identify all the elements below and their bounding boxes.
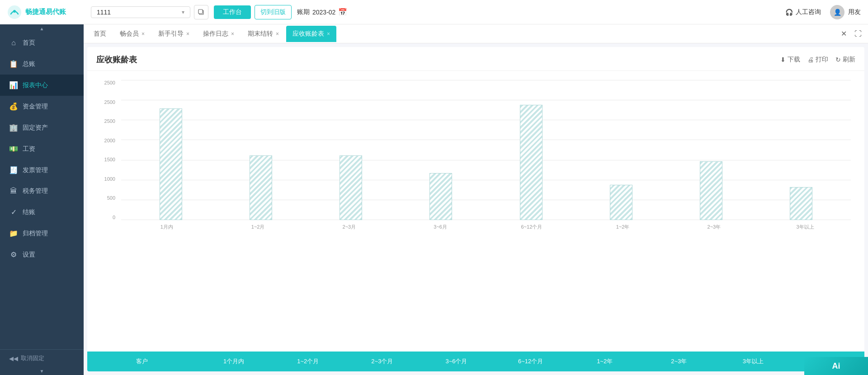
table-header: 客户1个月内1~2个月2~3个月3~6个月6~12个月1~2年2~3年3年以上合… <box>87 352 864 371</box>
sidebar-item-home[interactable]: ⌂ 首页 <box>0 33 84 53</box>
sidebar-item-invoice[interactable]: 🧾 发票管理 <box>0 159 84 181</box>
print-button[interactable]: 🖨 打印 <box>807 56 828 64</box>
table-header-cell-2: 1~2个月 <box>271 357 345 366</box>
tab-guide-close[interactable]: × <box>186 31 189 37</box>
sidebar-item-ledger[interactable]: 📋 总账 <box>0 53 84 75</box>
download-button[interactable]: ⬇ 下载 <box>780 56 800 64</box>
sidebar-item-assets[interactable]: 🏢 固定资产 <box>0 117 84 138</box>
x-axis: 1月内1~2月2~3月3~6月6~12个月1~2年2~3年3年以上 <box>121 220 851 234</box>
table-header-cell-3: 2~3个月 <box>345 357 419 366</box>
sidebar-item-salary-label: 工资 <box>23 145 35 153</box>
table-header-cell-5: 6~12个月 <box>494 357 568 366</box>
refresh-button[interactable]: ↻ 刷新 <box>835 56 855 64</box>
sidebar-item-archive[interactable]: 📁 归档管理 <box>0 223 84 244</box>
x-label-1: 1~2月 <box>212 224 304 230</box>
sidebar-item-ledger-label: 总账 <box>23 60 35 68</box>
y-label-2000: 2000 <box>104 138 115 143</box>
tab-oplog[interactable]: 操作日志 × <box>197 26 241 42</box>
table-header-cell-8: 3年以上 <box>716 357 790 366</box>
tab-vip-label: 畅会员 <box>120 30 139 38</box>
sidebar-item-settings-label: 设置 <box>23 251 35 259</box>
bar-4 <box>520 105 542 220</box>
ai-badge[interactable]: Ai <box>804 357 868 375</box>
sidebar-item-funds[interactable]: 💰 资金管理 <box>0 96 84 117</box>
print-label: 打印 <box>816 56 828 64</box>
sidebar-item-salary[interactable]: 💵 工资 <box>0 138 84 159</box>
tab-aging[interactable]: 应收账龄表 × <box>286 26 336 42</box>
bar-group <box>576 185 666 220</box>
sidebar-item-home-label: 首页 <box>23 39 35 47</box>
tab-oplog-label: 操作日志 <box>203 30 228 38</box>
copy-button[interactable] <box>194 5 208 19</box>
salary-icon: 💵 <box>9 145 18 153</box>
x-label-2: 2~3月 <box>304 224 395 230</box>
switch-version-button[interactable]: 切到旧版 <box>255 5 292 19</box>
print-icon: 🖨 <box>807 56 814 63</box>
period-label: 账期 <box>297 8 310 16</box>
y-label-2500b: 2500 <box>104 99 115 105</box>
y-label-2500c: 2500 <box>104 80 115 85</box>
workspace-button[interactable]: 工作台 <box>214 5 251 19</box>
archive-icon: 📁 <box>9 229 18 238</box>
headset-icon: 🎧 <box>785 9 793 16</box>
sidebar-item-settings[interactable]: ⚙ 设置 <box>0 244 84 265</box>
download-icon: ⬇ <box>780 56 786 63</box>
logo-text: 畅捷通易代账 <box>25 8 66 16</box>
tab-aging-close[interactable]: × <box>327 31 330 37</box>
reports-icon: 📊 <box>9 81 18 89</box>
tab-oplog-close[interactable]: × <box>231 31 234 37</box>
bar-group <box>756 187 846 220</box>
bar-group <box>216 155 306 220</box>
bar-7 <box>790 187 812 220</box>
user-area[interactable]: 👤 用友 <box>830 5 861 19</box>
tab-period-end-close[interactable]: × <box>276 31 279 37</box>
home-icon: ⌂ <box>9 39 18 47</box>
sidebar-item-tax-label: 税务管理 <box>23 187 48 195</box>
header-right: 🎧 人工咨询 👤 用友 <box>785 5 861 19</box>
tabs-expand-button[interactable]: ⛶ <box>852 28 864 40</box>
sidebar-item-reports[interactable]: 📊 报表中心 <box>0 75 84 96</box>
funds-icon: 💰 <box>9 102 18 111</box>
sidebar-item-reports-label: 报表中心 <box>23 81 48 89</box>
x-label-0: 1月内 <box>121 224 212 230</box>
table-header-cell-0: 客户 <box>87 357 197 366</box>
consult-label: 人工咨询 <box>796 8 821 16</box>
bar-3 <box>429 173 452 220</box>
top-header: 畅捷通易代账 1111 ▾ 工作台 切到旧版 账期 2023-02 📅 🎧 人工… <box>0 0 868 24</box>
page-title: 应收账龄表 <box>96 54 137 65</box>
bar-group <box>666 161 756 220</box>
period-area: 账期 2023-02 📅 <box>297 8 347 16</box>
x-label-6: 2~3年 <box>669 224 760 230</box>
copy-icon <box>198 9 205 16</box>
company-selector[interactable]: 1111 ▾ <box>91 6 190 18</box>
sidebar-pin-toggle[interactable]: ◀◀ 取消固定 <box>0 349 84 367</box>
bar-group <box>486 105 576 220</box>
svg-rect-3 <box>198 9 203 14</box>
tabs-close-button[interactable]: ✕ <box>837 28 850 40</box>
tab-vip[interactable]: 畅会员 × <box>113 26 151 42</box>
y-label-2500a: 2500 <box>104 118 115 124</box>
company-name: 1111 <box>97 9 178 16</box>
chevron-down-icon: ▾ <box>182 9 184 15</box>
page-content: 应收账龄表 ⬇ 下载 🖨 打印 ↻ 刷新 <box>87 47 864 371</box>
tab-guide-label: 新手引导 <box>158 30 184 38</box>
consult-button[interactable]: 🎧 人工咨询 <box>785 8 821 16</box>
tab-vip-close[interactable]: × <box>142 31 145 37</box>
sidebar-scroll-down[interactable]: ▼ <box>0 367 84 375</box>
period-value: 2023-02 <box>312 9 335 16</box>
sidebar-scroll-up[interactable]: ▲ <box>0 24 84 33</box>
tab-period-end-label: 期末结转 <box>248 30 273 38</box>
calendar-icon[interactable]: 📅 <box>338 8 347 16</box>
tabs-bar: 首页 畅会员 × 新手引导 × 操作日志 × 期末结转 × 应收账龄表 × <box>84 24 868 43</box>
tab-aging-label: 应收账龄表 <box>292 30 324 38</box>
y-label-500: 500 <box>107 195 115 201</box>
tab-home[interactable]: 首页 <box>87 26 113 42</box>
tab-guide[interactable]: 新手引导 × <box>152 26 196 42</box>
bar-0 <box>160 108 182 220</box>
tab-period-end[interactable]: 期末结转 × <box>241 26 285 42</box>
sidebar-item-checkout[interactable]: ✓ 结账 <box>0 202 84 223</box>
sidebar-item-tax[interactable]: 🏛 税务管理 <box>0 181 84 202</box>
sidebar-item-assets-label: 固定资产 <box>23 124 48 132</box>
bars-container <box>121 80 851 220</box>
bar-group <box>126 108 216 220</box>
